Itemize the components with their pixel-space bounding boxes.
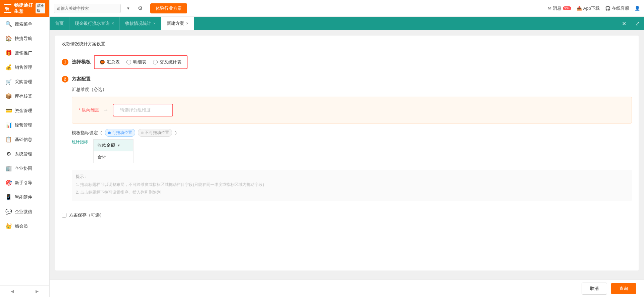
guide-icon: 🎯 [5,180,12,186]
save-plan-label: 方案保存（可选） [69,212,104,218]
step2-section: 2 方案配置 汇总维度（必选） * 纵向维度 → 请选择分组维度 模板指标设定（ [62,76,632,201]
enterprise-icon: 🏢 [5,165,12,171]
sidebar-label-enterprise: 企业协同 [15,165,32,171]
radio-summary-label: 汇总表 [107,59,120,65]
tab-close-all[interactable]: ✕ [617,17,631,30]
finance-icon: 💳 [5,107,12,114]
sidebar-item-operations[interactable]: 📊 经营管理 [0,118,49,132]
metrics-label-suffix: ） [175,130,179,136]
sidebar-footer-right[interactable]: ▶ [25,286,50,297]
message-button[interactable]: ✉ 消息 99+ [548,5,571,11]
tips-item-2: 2. 点击标题栏下拉可设置排序、插入列和删除列 [76,189,628,196]
sidebar-label-purchase: 采购管理 [15,79,32,85]
bottom-action-bar: 取消 查询 [50,280,644,297]
support-button[interactable]: 🎧 在线客服 [605,5,629,11]
sidebar-label-guide: 新手引导 [15,180,32,186]
tab-bank-flow[interactable]: 现金银行流水查询 × [69,17,120,30]
tab-collection-stat[interactable]: 收款情况统计 × [120,17,161,30]
sidebar-item-sales[interactable]: 💰 销售管理 [0,60,49,75]
sidebar-item-guide[interactable]: 🎯 新手引导 [0,176,49,190]
sidebar-label-marketing: 营销推广 [15,50,32,56]
sidebar-item-member[interactable]: 👑 畅会员 [0,219,49,233]
logo-text: 畅捷通好生意 [14,2,34,14]
vertical-dimension-label: * 纵向维度 [79,107,99,113]
trial-button[interactable]: 体验行业方案 [150,3,187,13]
system-icon: ⚙ [5,151,12,157]
sidebar-label-basic-info: 基础信息 [15,137,32,143]
home-icon: 🏠 [5,35,12,42]
sidebar-item-finance[interactable]: 💳 资金管理 [0,103,49,118]
stats-column: 统计指标 [72,139,88,163]
sidebar-item-enterprise[interactable]: 🏢 企业协同 [0,161,49,176]
tab-collection-stat-close[interactable]: × [153,21,156,26]
radio-detail[interactable]: 明细表 [126,59,146,65]
non-draggable-label: 不可拖动位置 [145,130,169,136]
radio-cross-label: 交叉统计表 [160,59,181,65]
message-icon: ✉ [548,6,551,11]
sidebar-item-smart-hw[interactable]: 📱 智能硬件 [0,190,49,204]
sidebar-item-quick-nav[interactable]: 🏠 快捷导航 [0,31,49,46]
basic-info-icon: 📋 [5,136,12,143]
radio-summary[interactable]: 汇总表 [100,59,120,65]
sidebar-item-basic-info[interactable]: 📋 基础信息 [0,132,49,147]
sidebar: 畅 畅捷通好生意 标准版 🔍 搜索菜单 🏠 快捷导航 🎁 营销推广 💰 销售管理… [0,0,50,297]
tab-new-plan-close[interactable]: × [186,21,189,26]
query-button[interactable]: 查询 [611,283,636,294]
dimension-row: * 纵向维度 → 请选择分组维度 [79,104,625,116]
search-icon: 🔍 [5,21,12,27]
sidebar-label-finance: 资金管理 [15,108,32,114]
radio-detail-label: 明细表 [133,59,146,65]
radio-summary-input[interactable] [100,60,105,64]
draggable-dot [108,132,111,134]
save-plan-checkbox[interactable] [62,213,66,217]
radio-cross[interactable]: 交叉统计表 [153,59,181,65]
tabbar: 首页 现金银行流水查询 × 收款情况统计 × 新建方案 × ✕ ⤢ [50,17,644,30]
sidebar-item-system[interactable]: ⚙ 系统管理 [0,147,49,161]
cancel-button[interactable]: 取消 [582,283,607,295]
sidebar-footer-left[interactable]: ◀ [0,286,25,297]
operations-icon: 📊 [5,122,12,128]
sidebar-item-inventory[interactable]: 📦 库存核算 [0,89,49,103]
sidebar-label-smart-hw: 智能硬件 [15,194,32,200]
step2-header: 2 方案配置 [62,76,632,83]
tab-bank-flow-label: 现金银行流水查询 [75,20,110,27]
tab-new-plan[interactable]: 新建方案 × [161,17,194,30]
download-button[interactable]: 📥 App下载 [577,5,600,11]
search-input[interactable] [54,4,121,13]
sidebar-label-search: 搜索菜单 [15,21,32,27]
wechat-icon: 💬 [5,208,12,215]
metrics-header[interactable]: 收款金额 ▾ [94,140,133,151]
template-select-box: 汇总表 明细表 交叉统计表 [94,55,187,69]
dimension-select[interactable]: 请选择分组维度 [113,104,173,116]
message-badge: 99+ [563,6,571,10]
step2-num: 2 [62,76,68,83]
user-icon: 👤 [635,6,640,11]
support-label: 在线客服 [612,5,629,11]
radio-detail-input[interactable] [126,60,131,64]
sidebar-item-purchase[interactable]: 🛒 采购管理 [0,75,49,89]
step1-header: 1 选择模板 汇总表 明细表 交叉统计表 [62,55,632,69]
sidebar-item-wechat[interactable]: 💬 企业微信 [0,204,49,219]
tab-home-label: 首页 [55,20,64,27]
tips-title: 提示： [76,174,628,180]
column-dropdown-icon[interactable]: ▾ [118,143,120,148]
version-badge: 标准版 [36,3,45,13]
tab-maximize[interactable]: ⤢ [631,17,644,30]
tab-collection-stat-label: 收款情况统计 [125,20,151,27]
user-avatar[interactable]: 👤 [635,6,640,11]
main-content: 收款情况统计方案设置 1 选择模板 汇总表 明细表 [50,30,644,297]
search-dropdown-icon[interactable]: ▾ [123,4,133,13]
sidebar-item-marketing[interactable]: 🎁 营销推广 [0,46,49,60]
sidebar-item-search[interactable]: 🔍 搜索菜单 [0,17,49,31]
tab-bank-flow-close[interactable]: × [112,21,114,26]
tips-item-1: 1. 拖动标题栏可以调整布局，不可跨维度或指标区域拖动栏目字段(只能在同一维度或… [76,182,628,188]
metrics-subtotal-cell: 合计 [94,151,133,163]
sidebar-label-member: 畅会员 [15,223,28,229]
tab-home[interactable]: 首页 [50,17,69,30]
metrics-label: 模板指标设定（ 可拖动位置 不可拖动位置 ） [72,129,632,137]
sidebar-footer: ◀ ▶ [0,285,49,297]
metrics-section: 模板指标设定（ 可拖动位置 不可拖动位置 ） [72,129,632,163]
radio-cross-input[interactable] [153,60,158,64]
sidebar-label-quick-nav: 快捷导航 [15,36,32,42]
settings-icon[interactable]: ⚙ [136,4,145,13]
